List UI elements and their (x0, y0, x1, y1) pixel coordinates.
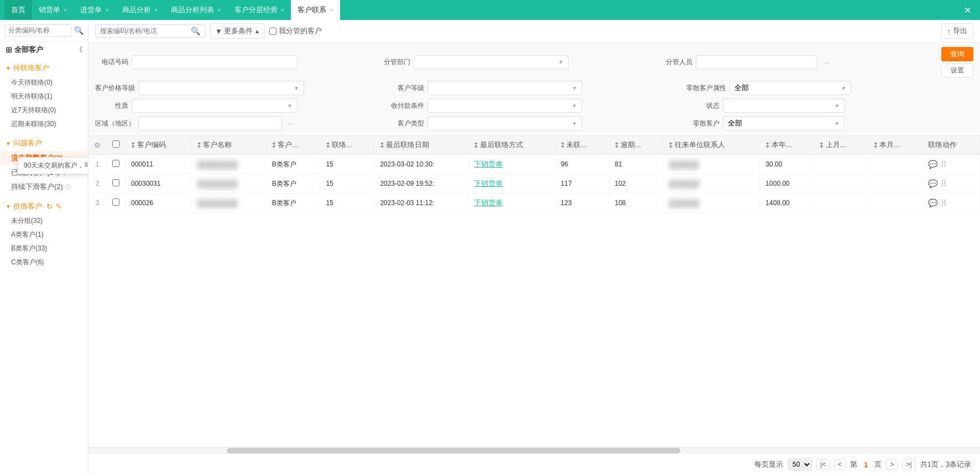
my-customers-checkbox[interactable] (269, 28, 277, 35)
edit-value-icon[interactable]: ✎ (56, 202, 62, 211)
manager-more-icon[interactable]: ··· (821, 58, 832, 67)
page-size-select[interactable]: 50 (788, 458, 812, 471)
scrollbar-thumb[interactable] (227, 448, 680, 453)
manager-input[interactable] (696, 55, 817, 70)
row-action-chat-icon[interactable]: 💬 (928, 199, 937, 207)
sidebar-item-class-a[interactable]: A类客户(1) (0, 228, 88, 242)
phone-input[interactable] (132, 55, 298, 70)
sidebar-item-today-pending[interactable]: 今天待联络(0) (0, 76, 88, 90)
page-size-label: 每页显示 (754, 460, 783, 469)
close-all-tabs-button[interactable]: ✕ (960, 5, 976, 15)
horizontal-scrollbar[interactable] (88, 447, 980, 453)
first-page-button[interactable]: |< (816, 459, 830, 470)
th-overdue: ‡ 逾期... (609, 135, 663, 155)
row-this-month (868, 174, 922, 194)
row-last-way: 下销货单 (468, 194, 555, 213)
nav-tab-sales[interactable]: 销货单 × (32, 0, 74, 20)
sidebar-group-problem[interactable]: ▼ 问题客户 (0, 135, 88, 151)
retail-customer-arrow-icon: ▼ (834, 121, 840, 127)
sidebar-group-pending[interactable]: ▼ 待联络客户 (0, 60, 88, 76)
row-last-month (814, 174, 868, 194)
select-all-checkbox[interactable] (112, 140, 119, 148)
close-goods-analysis-list-tab[interactable]: × (217, 7, 221, 13)
row-this-month (868, 155, 922, 174)
sidebar-item-overdue-pending[interactable]: 迟期未联络(30) (0, 117, 88, 131)
close-sales-tab[interactable]: × (64, 7, 67, 13)
row-num: 2 (88, 174, 107, 194)
my-customers-checkbox-label[interactable]: 我分管的客户 (269, 26, 322, 36)
row-action-more-icon[interactable]: ⠿ (941, 179, 946, 188)
row-overdue: 108 (609, 194, 663, 213)
dept-arrow-icon: ▼ (558, 59, 564, 65)
next-page-button[interactable]: > (886, 459, 898, 470)
sidebar-search-icon[interactable]: 🔍 (74, 26, 84, 35)
settings-icon[interactable]: ⚙ (94, 141, 101, 149)
dept-label: 分管部门 (377, 58, 410, 67)
arrow-problem-icon: ▼ (6, 140, 11, 147)
retail-customer-select[interactable]: 全部 ▼ (723, 116, 845, 131)
close-customer-tier-tab[interactable]: × (281, 7, 284, 13)
sidebar-item-class-c[interactable]: C类客户(6) (0, 255, 88, 269)
toolbar-right: ↑ 导出 (941, 23, 974, 39)
grade-select[interactable]: ▼ (428, 81, 582, 95)
grade-label: 客户等级 (391, 83, 424, 93)
sidebar-item-ungroup[interactable]: 未分组(32) (0, 214, 88, 228)
main-search-icon[interactable]: 🔍 (191, 27, 200, 35)
all-customers-item[interactable]: ⊞ 全部客户 《 (0, 41, 88, 58)
sidebar-search-input[interactable] (4, 24, 72, 36)
row-last-way: 下销货单 (468, 155, 555, 174)
row-action-chat-icon[interactable]: 💬 (928, 179, 937, 188)
nav-tab-home[interactable]: 首页 (4, 0, 32, 20)
status-select[interactable]: ▼ (723, 98, 845, 113)
region-more-icon[interactable]: ··· (285, 119, 296, 128)
prev-page-button[interactable]: < (834, 459, 846, 470)
row-action-chat-icon[interactable]: 💬 (928, 160, 937, 169)
nav-tab-purchase[interactable]: 进货单 × (74, 0, 115, 20)
main-search-input[interactable] (100, 27, 189, 35)
sidebar-group-value[interactable]: ▼ 价值客户 ↻ ✎ (0, 199, 88, 214)
sidebar-item-7day-pending[interactable]: 近7天待联络(0) (0, 103, 88, 117)
row-checkbox-cell (107, 155, 126, 174)
dept-select[interactable]: ▼ (414, 55, 569, 70)
top-nav-bar: 首页 销货单 × 进货单 × 商品分析 × 商品分析列表 × 客户分层经营 × … (0, 0, 980, 20)
row-checkbox-2[interactable] (112, 199, 119, 206)
close-customer-contact-tab[interactable]: × (330, 7, 333, 13)
row-person: ██████ (663, 155, 760, 174)
nav-tab-customer-tier[interactable]: 客户分层经营 × (228, 0, 291, 20)
th-uncontact: ‡ 未联... (555, 135, 609, 155)
row-checkbox-1[interactable] (112, 179, 119, 186)
nav-tab-goods-analysis[interactable]: 商品分析 × (116, 0, 164, 20)
filter-field-phone: 电话号码 (95, 55, 368, 70)
row-action-more-icon[interactable]: ⠿ (941, 160, 946, 169)
query-button[interactable]: 查询 (941, 47, 973, 61)
sidebar-item-class-b[interactable]: B类客户(33) (0, 242, 88, 255)
sidebar-item-tomorrow-pending[interactable]: 明天待联络(1) (0, 90, 88, 103)
nature-select[interactable]: ▼ (132, 98, 298, 113)
row-checkbox-0[interactable] (112, 160, 119, 167)
close-purchase-tab[interactable]: × (105, 7, 108, 13)
last-page-button[interactable]: >| (902, 459, 915, 470)
arrow-pending-icon: ▼ (6, 65, 11, 71)
grid-icon: ⊞ (6, 45, 12, 54)
export-button[interactable]: ↑ 导出 (941, 23, 974, 39)
nav-tab-goods-analysis-list[interactable]: 商品分析列表 × (164, 0, 227, 20)
more-filter-button[interactable]: ▼ 更多条件 ▲ (210, 23, 265, 39)
sidebar-item-declining[interactable]: 持续下滑客户(2) ⓘ (0, 180, 88, 194)
close-goods-analysis-tab[interactable]: × (154, 7, 158, 13)
retail-attr-select[interactable]: 全部 ▼ (729, 81, 851, 95)
region-input[interactable] (138, 116, 282, 131)
refresh-value-icon[interactable]: ↻ (46, 202, 53, 211)
sidebar-pending-section: ▼ 待联络客户 今天待联络(0) 明天待联络(1) 近7天待联络(0) 迟期未联… (0, 58, 88, 133)
nav-tab-customer-contact[interactable]: 客户联系 × (291, 0, 340, 20)
th-person: ‡ 往来单位联系人 (663, 135, 760, 155)
row-last-date: 2023-03-02 10:30: (374, 155, 468, 174)
row-type: B类客户 (266, 174, 320, 194)
info-icon-2: ⓘ (65, 183, 71, 191)
ctype-select[interactable]: ▼ (428, 116, 582, 131)
price-level-select[interactable]: ▼ (138, 81, 304, 95)
settings-button[interactable]: 设置 (941, 64, 973, 77)
nature-arrow-icon: ▼ (287, 103, 293, 109)
row-action-more-icon[interactable]: ⠿ (941, 199, 946, 207)
collapse-all-icon[interactable]: 《 (76, 45, 82, 55)
payment-select[interactable]: ▼ (428, 98, 582, 113)
